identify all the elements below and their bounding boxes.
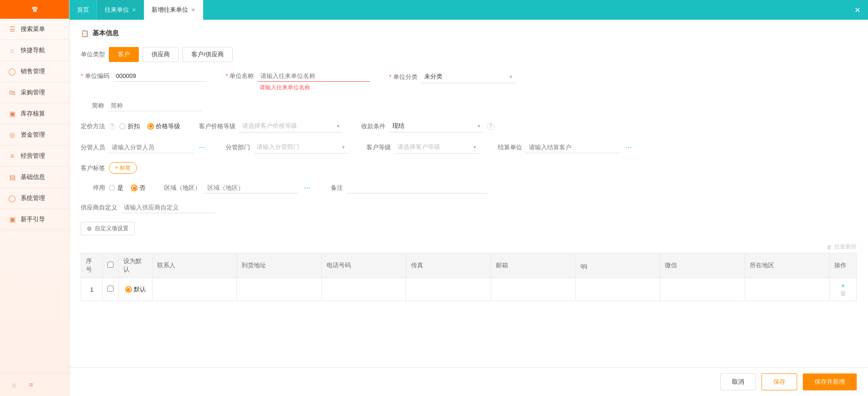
- batch-delete-label[interactable]: 批量删除: [834, 243, 857, 251]
- address-input[interactable]: [242, 286, 316, 293]
- unit-type-supplier-btn[interactable]: 供应商: [143, 47, 179, 62]
- contact-input[interactable]: [157, 286, 232, 293]
- finance-icon: ◎: [8, 130, 17, 140]
- sidebar-item-inventory[interactable]: ▣ 库存核算: [0, 103, 69, 124]
- save-new-button[interactable]: 保存并新增: [803, 373, 857, 390]
- pricing-help-icon[interactable]: ?: [109, 123, 115, 130]
- tab-new-partner[interactable]: 新增往来单位 ✕: [144, 0, 203, 20]
- sidebar-item-search[interactable]: ☰ 搜索菜单: [0, 19, 69, 40]
- unit-category-select[interactable]: 未分类 ▾: [421, 70, 515, 83]
- row-contact: [152, 278, 237, 301]
- manager-more-btn[interactable]: ···: [197, 143, 207, 152]
- region-input[interactable]: [205, 182, 298, 194]
- email-input[interactable]: [496, 286, 571, 293]
- pricing-discount-radio[interactable]: 折扣: [119, 122, 140, 131]
- sidebar-item-sales[interactable]: ◯ 销售管理: [0, 61, 69, 82]
- custom-settings-btn[interactable]: ⚙ 自定义项设置: [81, 222, 135, 235]
- tab-partners-label: 往来单位: [105, 6, 129, 14]
- disabled-no-circle: [131, 185, 137, 191]
- quick-nav-icon: ⌂: [8, 46, 17, 55]
- sidebar-item-label: 快捷导航: [21, 46, 45, 54]
- tab-partners-close[interactable]: ✕: [132, 7, 136, 13]
- disabled-label: 停用: [93, 184, 105, 192]
- col-region: 所在地区: [745, 253, 829, 278]
- delete-row-btn[interactable]: 🗑: [840, 289, 846, 297]
- tag-btn-label: + 标签: [115, 164, 131, 172]
- customer-tag-group: 客户标签 + 标签: [81, 162, 137, 174]
- unit-type-row: 单位类型 客户 供应商 客户/供应商: [81, 47, 857, 62]
- tab-home-label: 首页: [77, 6, 89, 14]
- region-row-input[interactable]: [750, 286, 824, 293]
- payment-terms-group: 收款条件 现结 ▾ ?: [361, 120, 495, 132]
- save-button[interactable]: 保存: [761, 373, 797, 390]
- supplier-custom-row: 供应商自定义: [81, 202, 857, 213]
- sidebar-settings-icon[interactable]: ≡: [24, 378, 38, 391]
- abbr-input[interactable]: [108, 100, 202, 111]
- customer-price-level-select[interactable]: 请选择客户价格等级 ▾: [239, 120, 343, 132]
- remark-input[interactable]: [347, 182, 487, 194]
- manager-input[interactable]: [109, 142, 193, 153]
- sidebar-item-basic-info[interactable]: ▤ 基础信息: [0, 167, 69, 188]
- supplier-custom-label: 供应商自定义: [81, 203, 117, 212]
- wechat-input[interactable]: [665, 286, 739, 293]
- unit-name-input[interactable]: [258, 70, 370, 82]
- tab-new-partner-close[interactable]: ✕: [191, 7, 195, 13]
- add-tag-btn[interactable]: + 标签: [109, 162, 137, 174]
- sidebar-item-operations[interactable]: ≡ 经营管理: [0, 146, 69, 167]
- unit-type-both-btn[interactable]: 客户/供应商: [183, 47, 233, 62]
- qq-input[interactable]: [580, 286, 655, 293]
- unit-type-customer-btn[interactable]: 客户: [109, 47, 139, 62]
- customer-level-select[interactable]: 请选择客户等级 ▾: [395, 141, 479, 154]
- settlement-unit-input[interactable]: [526, 142, 620, 153]
- disabled-no-radio[interactable]: 否: [131, 184, 145, 192]
- gear-icon: ⚙: [87, 225, 92, 232]
- payment-terms-value: 现结: [392, 122, 404, 130]
- code-name-category-row: 单位编码 单位名称 请输入往来单位名称 单位分类 未分类 ▾: [81, 70, 857, 92]
- price-level-radio-circle: [147, 123, 154, 130]
- sidebar-item-label: 基础信息: [21, 173, 45, 181]
- row-select-checkbox[interactable]: [107, 286, 114, 292]
- unit-code-input[interactable]: [113, 70, 207, 82]
- add-row-btn[interactable]: +: [841, 282, 845, 289]
- close-all-tabs[interactable]: ✕: [847, 6, 868, 15]
- disabled-group: 停用 是 否: [81, 184, 145, 192]
- pricing-level-radio[interactable]: 价格等级: [147, 122, 180, 131]
- pricing-method-label: 定价方法: [81, 122, 105, 131]
- select-all-checkbox[interactable]: [107, 262, 114, 268]
- abbr-label: 简称: [92, 101, 104, 110]
- customer-tag-label: 客户标签: [81, 164, 105, 172]
- phone-input[interactable]: [327, 286, 401, 293]
- payment-terms-dropdown-icon: ▾: [478, 123, 480, 129]
- sidebar-item-guide[interactable]: ▣ 新手引导: [0, 209, 69, 230]
- sidebar-item-system[interactable]: ◯ 系统管理: [0, 188, 69, 209]
- customer-tag-row: 客户标签 + 标签: [81, 162, 857, 174]
- sidebar-item-finance[interactable]: ◎ 资金管理: [0, 124, 69, 146]
- col-qq: qq: [575, 253, 660, 278]
- payment-help-icon[interactable]: ?: [487, 123, 495, 130]
- sidebar-item-quick-nav[interactable]: ⌂ 快捷导航: [0, 40, 69, 61]
- manager-group: 分管人员 ···: [81, 142, 207, 153]
- col-fax: 传真: [406, 253, 491, 278]
- unit-type-label: 单位类型: [81, 50, 105, 59]
- settlement-more-btn[interactable]: ···: [624, 143, 633, 152]
- cancel-button[interactable]: 取消: [720, 373, 756, 390]
- payment-terms-select[interactable]: 现结 ▾: [389, 120, 483, 132]
- fax-input[interactable]: [411, 286, 486, 293]
- row-wechat: [660, 278, 745, 301]
- supplier-custom-input[interactable]: [121, 202, 215, 213]
- disabled-radio-group: 是 否: [109, 184, 145, 192]
- col-phone: 电话号码: [321, 253, 406, 278]
- sidebar-home-icon[interactable]: ⌂: [8, 378, 21, 391]
- sidebar-item-purchase[interactable]: 🛍 采购管理: [0, 82, 69, 103]
- batch-delete-icon: 🗑: [827, 244, 832, 250]
- tab-home[interactable]: 首页: [69, 0, 97, 20]
- col-action: 操作: [830, 253, 857, 278]
- section-icon: 📋: [81, 30, 89, 37]
- col-address: 到货地址: [237, 253, 321, 278]
- department-select[interactable]: 请输入分管部门 ▾: [254, 141, 348, 154]
- tab-partners[interactable]: 往来单位 ✕: [97, 0, 144, 20]
- disabled-yes-radio[interactable]: 是: [109, 184, 123, 192]
- settlement-unit-label: 结算单位: [498, 143, 522, 152]
- region-more-btn[interactable]: ···: [302, 184, 312, 192]
- unit-type-group: 单位类型 客户 供应商 客户/供应商: [81, 47, 233, 62]
